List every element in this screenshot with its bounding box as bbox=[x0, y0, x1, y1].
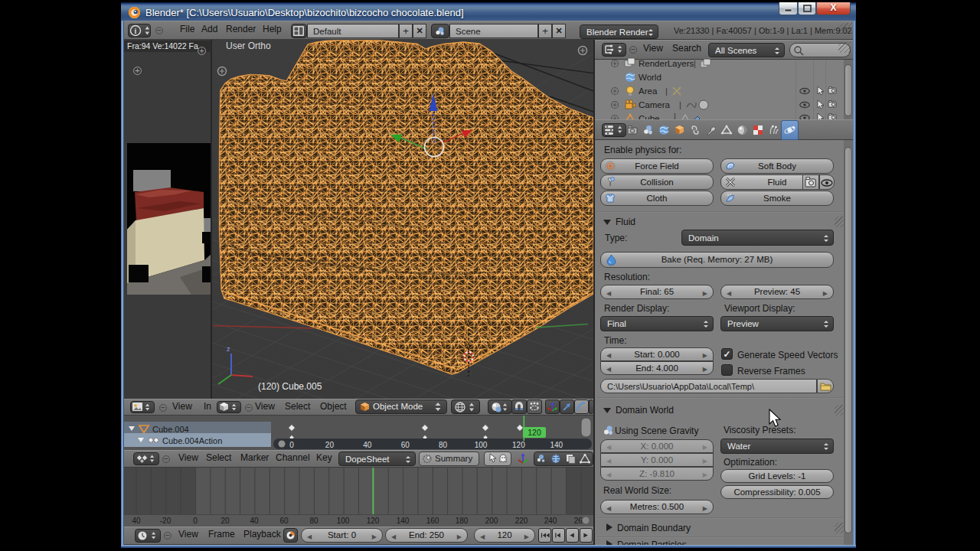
svg-text:80: 80 bbox=[439, 441, 448, 449]
svg-text:RenderLayers: RenderLayers bbox=[639, 59, 694, 68]
svg-text:(120) Cube.005: (120) Cube.005 bbox=[258, 381, 322, 392]
svg-text:100: 100 bbox=[475, 441, 488, 449]
svg-text:Cube: Cube bbox=[639, 114, 660, 119]
svg-text:140: 140 bbox=[397, 517, 410, 525]
svg-text:120: 120 bbox=[512, 441, 525, 449]
svg-text:z: z bbox=[227, 345, 230, 353]
svg-text:|: | bbox=[694, 59, 696, 68]
svg-text:140: 140 bbox=[550, 441, 563, 449]
svg-text:|: | bbox=[674, 112, 676, 119]
svg-text:i: i bbox=[135, 27, 137, 35]
svg-text:60: 60 bbox=[279, 517, 289, 525]
svg-text:100: 100 bbox=[337, 517, 350, 525]
svg-text:Area: Area bbox=[639, 86, 658, 96]
svg-text:220: 220 bbox=[515, 517, 528, 525]
svg-text:120: 120 bbox=[528, 428, 541, 437]
svg-text:-20: -20 bbox=[160, 517, 172, 525]
svg-text:User Ortho: User Ortho bbox=[226, 41, 271, 51]
svg-text:80: 80 bbox=[309, 517, 318, 525]
svg-text:180: 180 bbox=[456, 517, 469, 525]
svg-text:World: World bbox=[639, 73, 662, 82]
svg-text:Cube.004: Cube.004 bbox=[152, 425, 189, 434]
svg-text:Camera: Camera bbox=[639, 100, 671, 109]
svg-text:40: 40 bbox=[250, 517, 259, 525]
svg-text:0: 0 bbox=[193, 517, 198, 525]
svg-text:|: | bbox=[679, 100, 681, 109]
svg-text:20: 20 bbox=[325, 441, 335, 449]
svg-text:240: 240 bbox=[544, 517, 557, 525]
svg-text:|: | bbox=[665, 86, 668, 96]
svg-text:60: 60 bbox=[401, 441, 410, 449]
svg-text:120: 120 bbox=[367, 517, 380, 525]
svg-text:200: 200 bbox=[485, 517, 498, 525]
svg-text:20: 20 bbox=[220, 517, 230, 525]
svg-text:160: 160 bbox=[426, 517, 439, 525]
svg-text:0: 0 bbox=[289, 441, 294, 449]
svg-text:40: 40 bbox=[363, 441, 372, 449]
svg-text:40: 40 bbox=[132, 517, 141, 525]
svg-text:Cube.004Action: Cube.004Action bbox=[162, 436, 222, 445]
